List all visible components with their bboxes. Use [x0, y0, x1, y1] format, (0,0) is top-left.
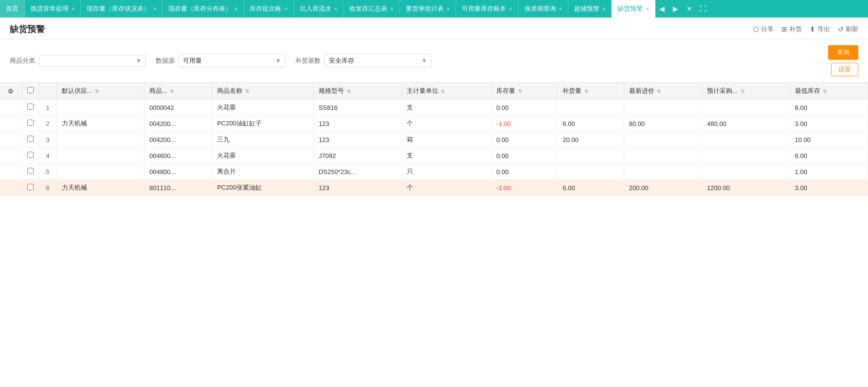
export-label: 导出: [817, 25, 830, 34]
tab-flow-label: 出入库流水: [300, 4, 331, 13]
filter-category-group: 商品分类 ▼: [10, 55, 146, 67]
row-latest-price-3: [624, 148, 702, 164]
product-name-sort-icon: ⇅: [245, 88, 249, 94]
tab-nav-close-all[interactable]: ✕: [683, 0, 696, 18]
col-gear[interactable]: ⚙: [0, 83, 21, 100]
col-min-stock[interactable]: 最低库存 ⇅: [790, 83, 868, 100]
tab-expiry[interactable]: 保质期查询 ×: [519, 0, 568, 18]
tab-summary-close[interactable]: ×: [390, 6, 393, 12]
row-latest-price-0: [624, 100, 702, 116]
tab-inventory-status-close[interactable]: ×: [153, 6, 156, 12]
tab-available[interactable]: 可用量库存账本 ×: [456, 0, 518, 18]
tab-available-close[interactable]: ×: [509, 6, 512, 12]
tab-home[interactable]: 首页: [0, 0, 25, 18]
row-unit-2: 箱: [401, 132, 491, 148]
category-select[interactable]: ▼: [39, 55, 146, 67]
estimated-purchase-sort-icon: ⇅: [741, 88, 744, 94]
row-estimated-purchase-0: [702, 100, 790, 116]
tab-picking[interactable]: 拣货异常处理 ×: [25, 0, 81, 18]
tab-inventory-dist-close[interactable]: ×: [235, 6, 237, 12]
tab-picking-close[interactable]: ×: [72, 6, 74, 12]
tab-batch-close[interactable]: ×: [284, 6, 287, 12]
settings-button[interactable]: 设置: [831, 63, 858, 76]
row-spec-4: DS250*23c...: [313, 164, 401, 180]
row-product-code-5: 801110...: [144, 180, 212, 196]
row-num-3: 4: [39, 148, 56, 164]
refresh-button[interactable]: ↺ 刷新: [838, 25, 858, 34]
export-button[interactable]: ⬆ 导出: [810, 25, 830, 34]
gear-icon: ⚙: [8, 88, 14, 95]
row-min-stock-4: 1.00: [790, 164, 868, 180]
table-body: 1 0000042 火花塞 SS816 支 0.00 8.00 2 力天机械 0…: [0, 100, 868, 196]
row-check-0[interactable]: [21, 100, 39, 116]
tab-flow[interactable]: 出入库流水 ×: [294, 0, 344, 18]
col-stock[interactable]: 库存量 ⇅: [491, 83, 558, 100]
row-supplier-3: [56, 148, 144, 164]
row-product-name-5: PC200张紧油缸: [212, 180, 314, 196]
latest-price-sort-icon: ⇅: [657, 88, 661, 94]
tab-shortage-close[interactable]: ×: [646, 6, 649, 12]
tab-bar: 首页 拣货异常处理 × 现存量（库存状况表） × 现存量（库存分布表） × 库存…: [0, 0, 868, 18]
col-estimated-purchase[interactable]: 预计采购... ⇅: [702, 83, 790, 100]
datasource-value: 可用量: [183, 56, 202, 65]
col-product-name[interactable]: 商品名称 ⇅: [212, 83, 314, 100]
row-num-0: 1: [39, 100, 56, 116]
tab-expiry-close[interactable]: ×: [559, 6, 562, 12]
col-check[interactable]: [21, 83, 39, 100]
col-spec[interactable]: 规格型号 ⇅: [313, 83, 401, 100]
select-all-checkbox[interactable]: [27, 87, 34, 93]
stock-sort-icon: ⇅: [518, 88, 522, 94]
row-stock-4: 0.00: [491, 164, 558, 180]
tab-nav-prev[interactable]: ◀: [655, 0, 669, 18]
tab-inventory-dist-label: 现存量（库存分布表）: [168, 4, 232, 13]
tab-inventory-status[interactable]: 现存量（库存状况表） ×: [81, 0, 162, 18]
replenish-label: 补货基数: [295, 56, 321, 65]
tab-overstock[interactable]: 超储预警 ×: [568, 0, 612, 18]
tab-nav-maximize[interactable]: ⛶: [696, 0, 710, 18]
table-row: 1 0000042 火花塞 SS816 支 0.00 8.00: [0, 100, 868, 116]
query-button[interactable]: 查询: [828, 45, 858, 60]
row-gear-4: [0, 164, 21, 180]
col-unit[interactable]: 主计量单位 ⇅: [401, 83, 491, 100]
row-min-stock-2: 10.00: [790, 132, 868, 148]
table-row: 3 004200... 三九 123 箱 0.00 20.00 10.00: [0, 132, 868, 148]
row-unit-5: 个: [401, 180, 491, 196]
col-replenish-qty[interactable]: 补货量 ⇅: [558, 83, 624, 100]
share-button[interactable]: ⬡ 分享: [753, 25, 774, 34]
row-min-stock-0: 8.00: [790, 100, 868, 116]
tab-requisition-close[interactable]: ×: [447, 6, 450, 12]
datasource-select[interactable]: 可用量 ▼: [179, 54, 286, 68]
col-supplier[interactable]: 默认供应... ⇅: [56, 83, 144, 100]
tab-requisition[interactable]: 要货单统计表 ×: [400, 0, 456, 18]
row-check-2[interactable]: [21, 132, 39, 148]
spec-sort-icon: ⇅: [347, 88, 351, 94]
row-spec-1: 123: [313, 116, 401, 132]
replenish-button[interactable]: ⊞ 补货: [781, 25, 802, 34]
row-check-5[interactable]: [21, 180, 39, 196]
tab-shortage[interactable]: 缺货预警 ×: [612, 0, 655, 18]
tab-batch[interactable]: 库存批次账 ×: [244, 0, 293, 18]
col-estimated-purchase-label: 预计采购...: [707, 87, 738, 94]
tab-summary[interactable]: 收发存汇总表 ×: [344, 0, 399, 18]
replenish-qty-sort-icon: ⇅: [584, 88, 588, 94]
col-unit-label: 主计量单位: [407, 87, 438, 94]
tab-overstock-close[interactable]: ×: [602, 6, 605, 12]
row-stock-1: -1.00: [491, 116, 558, 132]
table-row: 4 004600... 火花塞 J7092 支 0.00 8.00: [0, 148, 868, 164]
row-check-1[interactable]: [21, 116, 39, 132]
table-row: 2 力天机械 004200... PC200油缸缸子 123 个 -1.00 6…: [0, 116, 868, 132]
tab-flow-close[interactable]: ×: [334, 6, 337, 12]
row-spec-3: J7092: [313, 148, 401, 164]
col-latest-price[interactable]: 最新进价 ⇅: [624, 83, 702, 100]
filter-right: 查询 设置: [828, 45, 858, 76]
replenish-select[interactable]: 安全库存 ▼: [325, 54, 432, 68]
tab-nav-next[interactable]: ▶: [669, 0, 683, 18]
table-row: 6 力天机械 801110... PC200张紧油缸 123 个 -1.00 6…: [0, 180, 868, 196]
row-estimated-purchase-4: [702, 164, 790, 180]
row-check-3[interactable]: [21, 148, 39, 164]
col-product-code[interactable]: 商品... ⇅: [144, 83, 212, 100]
row-check-4[interactable]: [21, 164, 39, 180]
tab-summary-label: 收发存汇总表: [349, 4, 387, 13]
tab-inventory-dist[interactable]: 现存量（库存分布表） ×: [163, 0, 244, 18]
row-supplier-0: [56, 100, 144, 116]
